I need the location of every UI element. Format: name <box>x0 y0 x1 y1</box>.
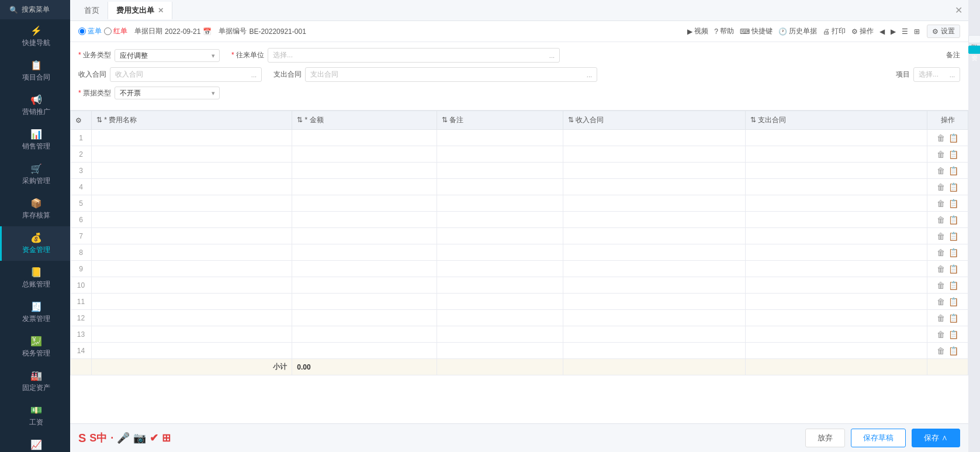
cell-income-6[interactable] <box>563 212 745 228</box>
cell-income-12[interactable] <box>563 310 745 326</box>
cell-remark-10[interactable] <box>437 277 563 294</box>
blue-radio[interactable] <box>78 27 86 35</box>
sidebar-item-project-contract[interactable]: 📋 项目合同 <box>0 54 70 88</box>
copy-icon-11[interactable]: 📋 <box>948 297 958 306</box>
cell-income-10[interactable] <box>563 277 745 294</box>
col-amount-sort[interactable]: ⇅ <box>297 116 303 124</box>
footer-icon-camera[interactable]: 📷 <box>133 432 146 444</box>
copy-icon-10[interactable]: 📋 <box>948 281 958 290</box>
cell-name-11[interactable] <box>92 294 292 310</box>
sidebar-item-tax-mgmt[interactable]: 💹 税务管理 <box>0 330 70 364</box>
cell-income-8[interactable] <box>563 244 745 261</box>
cell-name-7[interactable] <box>92 228 292 244</box>
cell-name-9[interactable] <box>92 261 292 277</box>
cell-remark-3[interactable] <box>437 163 563 179</box>
action-btn[interactable]: ⚙ 操作 <box>851 26 874 36</box>
cell-remark-12[interactable] <box>437 310 563 326</box>
sidebar-item-capital-mgmt[interactable]: 💰 资金管理 <box>0 226 70 261</box>
cell-name-5[interactable] <box>92 195 292 212</box>
cell-amount-1[interactable] <box>292 130 437 146</box>
date-value[interactable]: 2022-09-21 <box>165 27 200 36</box>
cell-name-14[interactable] <box>92 343 292 359</box>
delete-icon-4[interactable]: 🗑 <box>937 182 945 192</box>
tab-home[interactable]: 首页 <box>76 2 108 19</box>
sidebar-item-sales-mgmt[interactable]: 📊 销售管理 <box>0 123 70 157</box>
cell-name-10[interactable] <box>92 277 292 294</box>
delete-icon-6[interactable]: 🗑 <box>937 215 945 225</box>
col-income-sort[interactable]: ⇅ <box>568 116 574 124</box>
copy-icon-8[interactable]: 📋 <box>948 248 958 257</box>
cell-amount-10[interactable] <box>292 277 437 294</box>
edge-tab-1[interactable]: 附 <box>968 35 981 43</box>
cell-income-3[interactable] <box>563 163 745 179</box>
cell-expense-8[interactable] <box>745 244 927 261</box>
sidebar-item-fixed-assets[interactable]: 🏭 固定资产 <box>0 364 70 399</box>
cell-amount-13[interactable] <box>292 326 437 343</box>
list-view-icon[interactable]: ☰ <box>902 27 908 36</box>
delete-icon-7[interactable]: 🗑 <box>937 232 945 241</box>
cell-income-5[interactable] <box>563 195 745 212</box>
delete-icon-10[interactable]: 🗑 <box>937 281 945 290</box>
delete-icon-14[interactable]: 🗑 <box>937 346 945 356</box>
cell-expense-12[interactable] <box>745 310 927 326</box>
footer-icon-dot[interactable]: · <box>110 432 113 444</box>
red-radio-label[interactable]: 红单 <box>104 26 127 36</box>
delete-icon-11[interactable]: 🗑 <box>937 297 945 306</box>
settings-btn[interactable]: ⚙ 设置 <box>927 25 960 38</box>
cell-remark-5[interactable] <box>437 195 563 212</box>
cell-remark-4[interactable] <box>437 179 563 195</box>
copy-icon-7[interactable]: 📋 <box>948 232 958 241</box>
sidebar-item-quick-nav[interactable]: ⚡ 快捷导航 <box>0 19 70 54</box>
cell-income-4[interactable] <box>563 179 745 195</box>
cell-expense-10[interactable] <box>745 277 927 294</box>
invoice-type-dropdown[interactable]: 不开票 <box>115 87 220 99</box>
cell-income-11[interactable] <box>563 294 745 310</box>
red-radio[interactable] <box>104 27 112 35</box>
window-close-icon[interactable]: ✕ <box>955 5 962 16</box>
sidebar-item-ops-mgmt[interactable]: 📈 经营管理 <box>0 433 70 452</box>
nav-prev-icon[interactable]: ◀ <box>879 27 885 36</box>
cell-amount-2[interactable] <box>292 146 437 163</box>
cell-expense-9[interactable] <box>745 261 927 277</box>
cell-name-8[interactable] <box>92 244 292 261</box>
blue-radio-label[interactable]: 蓝单 <box>78 26 102 36</box>
copy-icon-9[interactable]: 📋 <box>948 264 958 274</box>
cell-remark-2[interactable] <box>437 146 563 163</box>
cell-expense-5[interactable] <box>745 195 927 212</box>
cell-expense-11[interactable] <box>745 294 927 310</box>
delete-icon-1[interactable]: 🗑 <box>937 133 945 143</box>
col-remark-sort[interactable]: ⇅ <box>442 116 448 124</box>
cell-expense-2[interactable] <box>745 146 927 163</box>
cell-amount-8[interactable] <box>292 244 437 261</box>
cell-expense-7[interactable] <box>745 228 927 244</box>
sidebar-item-inventory[interactable]: 📦 库存核算 <box>0 192 70 226</box>
copy-icon-3[interactable]: 📋 <box>948 166 958 175</box>
invoice-type-select[interactable]: 不开票 <box>115 87 220 99</box>
cell-remark-11[interactable] <box>437 294 563 310</box>
cell-amount-5[interactable] <box>292 195 437 212</box>
delete-icon-3[interactable]: 🗑 <box>937 166 945 175</box>
cell-expense-6[interactable] <box>745 212 927 228</box>
print-btn[interactable]: 🖨 打印 <box>823 26 846 36</box>
cell-amount-9[interactable] <box>292 261 437 277</box>
col-expense-sort[interactable]: ⇅ <box>750 116 756 124</box>
number-value[interactable]: BE-20220921-001 <box>249 27 306 36</box>
cell-expense-14[interactable] <box>745 343 927 359</box>
cell-income-9[interactable] <box>563 261 745 277</box>
biz-type-dropdown[interactable]: 应付调整 <box>115 49 220 62</box>
help-btn[interactable]: ? 帮助 <box>714 26 734 36</box>
cell-remark-14[interactable] <box>437 343 563 359</box>
sidebar-search[interactable]: 🔍 搜索菜单 <box>0 0 70 19</box>
footer-icon-mic[interactable]: 🎤 <box>117 432 130 444</box>
copy-icon-1[interactable]: 📋 <box>948 133 958 143</box>
save-button[interactable]: 保存 ∧ <box>912 429 960 447</box>
cell-income-1[interactable] <box>563 130 745 146</box>
delete-icon-13[interactable]: 🗑 <box>937 330 945 339</box>
biz-type-select[interactable]: 应付调整 <box>115 49 220 62</box>
cell-name-6[interactable] <box>92 212 292 228</box>
cell-income-7[interactable] <box>563 228 745 244</box>
cell-income-2[interactable] <box>563 146 745 163</box>
cell-expense-1[interactable] <box>745 130 927 146</box>
cell-name-12[interactable] <box>92 310 292 326</box>
cell-amount-7[interactable] <box>292 228 437 244</box>
